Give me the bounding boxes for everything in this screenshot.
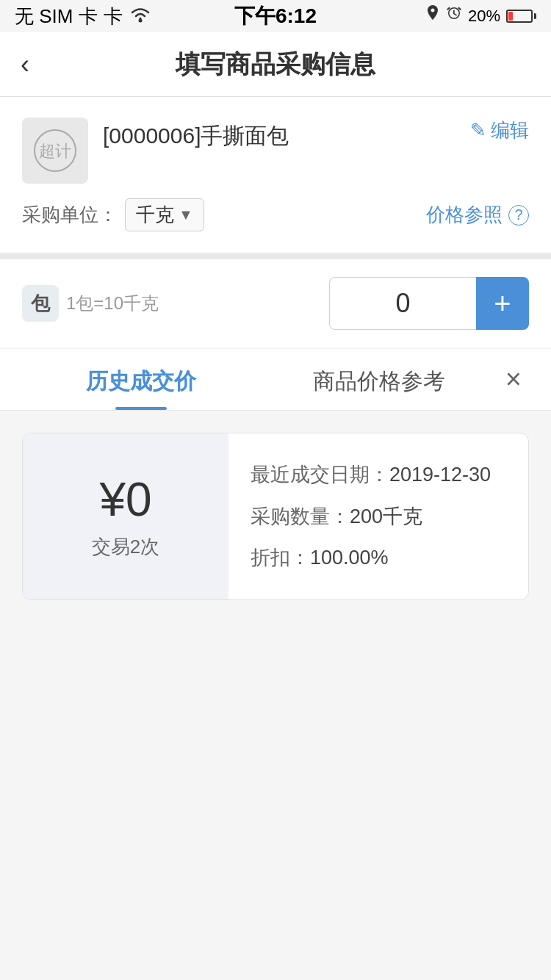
location-icon	[425, 5, 440, 27]
price-ref-icon: ?	[508, 205, 529, 226]
product-logo: 超计	[29, 125, 81, 176]
tab-history-underline	[115, 407, 167, 410]
edit-icon: ✎	[470, 119, 486, 142]
tab-market[interactable]: 商品价格参考	[260, 349, 498, 410]
svg-text:超计: 超计	[39, 142, 71, 160]
tab-market-label: 商品价格参考	[313, 367, 445, 410]
unit-label: 采购单位：	[22, 202, 118, 228]
product-unit-row: 采购单位： 千克 ▼ 价格参照 ?	[22, 198, 529, 231]
purchase-quantity-row: 采购数量：200千克	[251, 502, 506, 532]
content-area: ¥0 交易2次 最近成交日期：2019-12-30 采购数量：200千克 折扣：…	[0, 411, 551, 778]
discount-row: 折扣：100.00%	[251, 543, 506, 573]
price-card-left: ¥0 交易2次	[23, 433, 228, 599]
nav-bar: ‹ 填写商品采购信息	[0, 32, 551, 97]
tabs-container: 历史成交价 商品价格参考 ×	[0, 349, 551, 411]
plus-icon: +	[494, 287, 511, 320]
sim-icon: 卡	[104, 4, 123, 29]
quantity-sub-text: 1包=10千克	[66, 292, 159, 315]
price-ref-button[interactable]: 价格参照 ?	[426, 202, 529, 228]
price-num: 0	[126, 473, 152, 526]
page-title: 填写商品采购信息	[176, 48, 375, 82]
status-time: 下午6:12	[234, 2, 317, 30]
price-ref-label: 价格参照	[426, 202, 503, 228]
recent-date-row: 最近成交日期：2019-12-30	[251, 460, 506, 490]
svg-point-0	[138, 18, 142, 22]
quantity-unit-box: 包	[22, 285, 59, 322]
purchase-quantity-value: 200千克	[350, 505, 422, 527]
product-header: 超计 [0000006]手撕面包 ✎ 编辑	[22, 118, 529, 184]
edit-button[interactable]: ✎ 编辑	[470, 118, 529, 143]
alarm-icon	[446, 6, 462, 26]
tabs-inner: 历史成交价 商品价格参考	[22, 349, 498, 410]
quantity-row: 包 1包=10千克 +	[0, 259, 551, 347]
recent-date-label: 最近成交日期：	[251, 464, 389, 486]
quantity-input[interactable]	[329, 277, 476, 330]
unit-select[interactable]: 千克 ▼	[125, 198, 204, 231]
quantity-left: 包 1包=10千克	[22, 285, 159, 322]
unit-value: 千克	[136, 202, 174, 228]
status-left: 无 SIM 卡 卡	[15, 4, 152, 29]
quantity-input-row: +	[329, 277, 529, 330]
recent-date-value: 2019-12-30	[389, 464, 491, 486]
tab-history-label: 历史成交价	[86, 367, 196, 410]
product-image: 超计	[22, 118, 88, 184]
yen-symbol: ¥	[99, 473, 126, 526]
separator	[0, 253, 551, 259]
back-button[interactable]: ‹	[21, 49, 29, 80]
unit-dropdown-arrow: ▼	[179, 206, 193, 223]
purchase-quantity-label: 采购数量：	[251, 505, 350, 527]
product-left: 超计 [0000006]手撕面包	[22, 118, 289, 184]
product-card: 超计 [0000006]手撕面包 ✎ 编辑 采购单位： 千克 ▼ 价格参照 ?	[0, 97, 551, 252]
edit-label: 编辑	[491, 118, 529, 143]
tab-close-button[interactable]: ×	[498, 356, 529, 403]
quantity-plus-button[interactable]: +	[476, 277, 529, 330]
product-info: [0000006]手撕面包	[103, 118, 289, 151]
discount-label: 折扣：	[251, 547, 310, 569]
battery-percentage: 20%	[468, 7, 500, 26]
product-name: [0000006]手撕面包	[103, 121, 289, 151]
price-transactions: 交易2次	[92, 534, 159, 560]
wifi-icon	[129, 5, 152, 28]
status-bar: 无 SIM 卡 卡 下午6:12 20%	[0, 0, 551, 32]
price-card-right: 最近成交日期：2019-12-30 采购数量：200千克 折扣：100.00%	[228, 433, 528, 599]
history-price-card: ¥0 交易2次 最近成交日期：2019-12-30 采购数量：200千克 折扣：…	[22, 433, 529, 600]
battery-icon	[506, 10, 536, 23]
discount-value: 100.00%	[310, 547, 389, 569]
price-amount: ¥0	[99, 472, 151, 527]
status-right: 20%	[425, 5, 536, 27]
tab-history[interactable]: 历史成交价	[22, 349, 260, 410]
carrier-text: 无 SIM 卡	[15, 4, 98, 29]
